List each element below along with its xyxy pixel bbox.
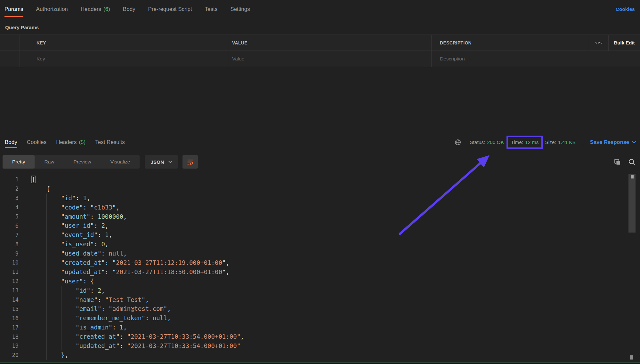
code-line: 6 "user_id": 2,	[0, 221, 640, 230]
column-header-value: VALUE	[228, 35, 432, 51]
request-tabs: ParamsAuthorizationHeaders(6)BodyPre-req…	[4, 0, 250, 18]
response-view-switcher: PrettyRawPreviewVisualize	[3, 155, 140, 169]
query-params-empty-row	[0, 51, 640, 67]
view-tab-visualize[interactable]: Visualize	[101, 155, 140, 169]
tab-label: Cookies	[27, 139, 46, 146]
more-options-icon	[595, 42, 597, 44]
param-description-cell[interactable]	[432, 51, 640, 67]
tab-label: Test Results	[95, 139, 125, 146]
format-selected-label: JSON	[150, 159, 164, 165]
vertical-scrollbar[interactable]	[628, 174, 636, 233]
query-params-table: KEY VALUE DESCRIPTION Bulk Edit	[0, 35, 640, 67]
code-line: 8 "is_used": 0,	[0, 240, 640, 249]
request-tab-body[interactable]: Body	[123, 0, 135, 18]
save-response-button[interactable]: Save Response	[590, 139, 636, 145]
row-select-cell[interactable]	[0, 35, 20, 51]
code-line-content: "remember_me_token": null,	[32, 313, 171, 323]
copy-button[interactable]	[614, 158, 621, 166]
format-select[interactable]: JSON	[145, 155, 178, 169]
code-line-content: "created_at": "2021-03-27T10:33:54.000+0…	[32, 332, 244, 341]
param-key-input[interactable]	[36, 56, 228, 62]
scrollbar-marker	[631, 175, 634, 178]
row-select-cell[interactable]	[0, 51, 20, 67]
line-number: 10	[0, 259, 19, 266]
code-line: 10 "created_at": "2021-03-27T11:12:19.00…	[0, 258, 640, 267]
time-label: Time:	[511, 139, 523, 145]
request-tab-headers[interactable]: Headers(6)	[81, 0, 110, 18]
chevron-down-icon	[168, 161, 172, 163]
line-number: 14	[0, 297, 19, 303]
copy-icon	[614, 158, 621, 166]
response-body-editor[interactable]: 1[2 {3 "id": 1,4 "code": "c1b33",5 "amou…	[0, 174, 640, 364]
indent-guide	[32, 184, 32, 360]
line-number: 2	[0, 186, 19, 192]
request-tab-tests[interactable]: Tests	[205, 0, 218, 18]
view-tab-raw[interactable]: Raw	[35, 155, 64, 169]
code-line: 2 {	[0, 184, 640, 194]
request-tab-pre-request-script[interactable]: Pre-request Script	[148, 0, 192, 18]
code-line-content: "event_id": 1,	[32, 230, 112, 240]
line-number: 19	[0, 343, 19, 349]
view-tab-pretty[interactable]: Pretty	[3, 155, 35, 169]
postman-app: ParamsAuthorizationHeaders(6)BodyPre-req…	[0, 0, 640, 364]
wrap-text-button[interactable]	[182, 155, 198, 169]
line-number: 1	[0, 176, 19, 183]
network-globe-icon	[454, 139, 461, 146]
value-column-label: VALUE	[232, 40, 247, 45]
column-header-key: KEY	[20, 35, 228, 51]
request-tab-authorization[interactable]: Authorization	[36, 0, 68, 18]
response-header: BodyCookiesHeaders(5)Test Results Status…	[0, 134, 640, 150]
code-line: 7 "event_id": 1,	[0, 230, 640, 240]
code-line-content: "name": "Test Test",	[32, 295, 149, 305]
key-column-label: KEY	[36, 40, 46, 45]
response-meta: Status: 200 OK Time: 12 ms Size: 1.41 KB…	[454, 137, 636, 148]
empty-area	[0, 67, 640, 134]
time-value: 12 ms	[525, 139, 539, 145]
code-line: 16 "remember_me_token": null,	[0, 313, 640, 323]
param-key-cell[interactable]	[20, 51, 228, 67]
query-params-header-row: KEY VALUE DESCRIPTION Bulk Edit	[0, 35, 640, 51]
line-number: 18	[0, 334, 19, 340]
code-line-content: "is_used": 0,	[32, 240, 109, 249]
code-line: 19 "updated_at": "2021-03-27T10:33:54.00…	[0, 341, 640, 351]
size-label: Size:	[545, 139, 556, 145]
code-line-content: "updated_at": "2021-03-27T11:18:50.000+0…	[32, 267, 230, 277]
code-line: 5 "amount": 1000000,	[0, 212, 640, 221]
line-number: 17	[0, 324, 19, 331]
request-tab-settings[interactable]: Settings	[230, 0, 250, 18]
status-value: 200 OK	[487, 139, 504, 145]
code-line-content: "code": "c1b33",	[32, 203, 120, 212]
tab-label: Pre-request Script	[148, 6, 192, 12]
response-tab-headers[interactable]: Headers(5)	[56, 134, 85, 150]
line-number: 8	[0, 241, 19, 248]
line-number: 20	[0, 352, 19, 358]
code-line-content: "created_at": "2021-03-27T11:12:19.000+0…	[32, 258, 230, 267]
more-options-button[interactable]	[589, 35, 609, 51]
response-tab-cookies[interactable]: Cookies	[27, 134, 46, 150]
line-number: 6	[0, 223, 19, 229]
response-time: Time: 12 ms	[511, 139, 539, 145]
view-tab-preview[interactable]: Preview	[64, 155, 101, 169]
param-value-cell[interactable]	[228, 51, 432, 67]
code-line-content: },	[32, 351, 68, 360]
code-line-content: "id": 2,	[32, 286, 105, 295]
code-line: 4 "code": "c1b33",	[0, 203, 640, 212]
response-tab-body[interactable]: Body	[5, 134, 17, 150]
line-number: 11	[0, 269, 19, 275]
chevron-down-icon	[632, 141, 636, 144]
line-number: 9	[0, 250, 19, 257]
bulk-edit-button[interactable]: Bulk Edit	[609, 35, 640, 51]
code-line-content: "email": "admin@test.com",	[32, 304, 171, 313]
more-options-icon	[598, 42, 600, 44]
param-value-input[interactable]	[232, 56, 431, 62]
response-tab-test-results[interactable]: Test Results	[95, 134, 125, 150]
request-tab-params[interactable]: Params	[4, 0, 23, 18]
tab-label: Tests	[205, 6, 218, 12]
param-description-input[interactable]	[440, 56, 640, 62]
cookies-link[interactable]: Cookies	[616, 6, 635, 12]
code-line-content: [	[32, 175, 35, 184]
search-button[interactable]	[628, 158, 636, 166]
line-number: 7	[0, 232, 19, 238]
response-status: Status: 200 OK	[470, 139, 504, 145]
request-tab-bar: ParamsAuthorizationHeaders(6)BodyPre-req…	[0, 0, 640, 18]
